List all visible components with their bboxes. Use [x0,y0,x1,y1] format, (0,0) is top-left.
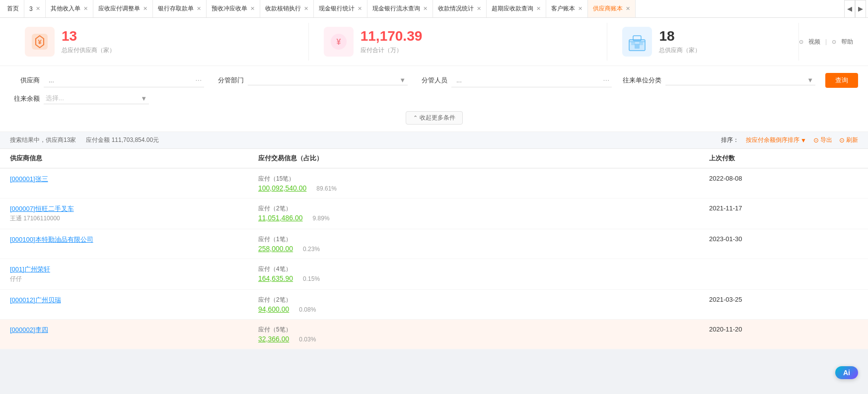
supplier-filter-input[interactable] [46,74,195,86]
category-dropdown-icon: ▼ [807,76,813,84]
nav-tab-cust-book-close[interactable]: ✕ [578,5,582,12]
summary-card-payable-info: 13 总应付供应商（家） [62,29,115,55]
nav-tab-cash-flow-close[interactable]: ✕ [423,5,428,12]
table-rows: [000001]张三 应付（15笔） 100,092,540.00 89.61%… [0,169,868,349]
supplier-name-link[interactable]: [000012]广州贝瑞 [10,296,258,305]
txn-pct: 9.89% [313,215,330,222]
export-button[interactable]: ⊙ 导出 [813,136,832,144]
nav-tab-recv-exec-close[interactable]: ✕ [304,5,308,12]
nav-tab-adjust[interactable]: 应收应付调整单 ✕ [93,0,153,18]
nav-tab-cash-stat[interactable]: 现金银行统计 ✕ [314,0,367,18]
nav-tab-supplier-book-label: 供应商账本 [593,4,623,13]
supplier-sub: 王通 17106110000 [10,214,258,223]
results-amount: 应付金额 111,703,854.00元 [86,136,159,144]
filter-item-balance: 往来余额 选择... ▼ [10,93,149,104]
supplier-cell: [000012]广州贝瑞 [10,296,258,305]
balance-placeholder: 选择... [46,94,141,103]
nav-tab-recv-stat-label: 收款情况统计 [438,4,474,13]
supplier-icon [622,27,652,57]
dept-filter-select[interactable]: ▼ [248,75,408,85]
svg-rect-7 [635,44,640,49]
nav-tab-3-close[interactable]: ✕ [36,5,40,12]
results-bar-left: 搜索结果中，供应商13家 应付金额 111,703,854.00元 [10,136,159,144]
nav-tab-home[interactable]: 首页 [2,0,24,18]
nav-tab-adjust-label: 应收应付调整单 [98,4,140,13]
nav-tab-cash-stat-close[interactable]: ✕ [358,5,362,12]
txn-row: 164,635.90 0.15% [258,273,709,282]
svg-text:¥: ¥ [336,38,341,46]
nav-tab-recv-stat-close[interactable]: ✕ [477,5,481,12]
results-bar-right: 排序： 按应付余额倒序排序 ▼ ⊙ 导出 ⊙ 刷新 [721,136,858,144]
supplier-number: 18 [659,29,701,44]
nav-tab-adjust-close[interactable]: ✕ [143,5,147,12]
collapse-button[interactable]: ⌃ 收起更多条件 [406,111,463,125]
txn-amount[interactable]: 94,600.00 [258,305,289,313]
category-filter-select[interactable]: ▼ [665,75,816,85]
nav-tab-cash-flow[interactable]: 现金银行流水查询 ✕ [367,0,433,18]
supplier-cell: [000100]本特勤油品有限公司 [10,235,258,244]
supplier-filter-dots: ··· [195,76,202,85]
nav-tab-recv-exec[interactable]: 收款核销执行 ✕ [260,0,314,18]
nav-tab-pre-recv[interactable]: 预收冲应收单 ✕ [207,0,260,18]
person-filter-dots: ··· [603,76,609,85]
nav-tab-bank[interactable]: 银行存取款单 ✕ [153,0,207,18]
help-link[interactable]: 帮助 [841,38,853,46]
txn-amount[interactable]: 100,092,540.00 [258,184,306,192]
supplier-cell: [001]广州荣轩 仔仔 [10,265,258,283]
supplier-name-link[interactable]: [001]广州荣轩 [10,265,258,274]
nav-tab-supplier-book-close[interactable]: ✕ [626,5,630,12]
txn-amount[interactable]: 258,000.00 [258,245,293,253]
table-header: 供应商信息 应付交易信息（占比） 上次付数 [0,149,868,169]
nav-tab-overdue[interactable]: 超期应收款查询 ✕ [487,0,546,18]
supplier-name-link[interactable]: [000002]李四 [10,326,258,334]
txn-amount[interactable]: 32,366.00 [258,335,289,343]
balance-filter-select[interactable]: 选择... ▼ [44,93,149,104]
dept-dropdown-icon: ▼ [399,76,406,84]
table-row: [000100]本特勤油品有限公司 应付（1笔） 258,000.00 0.23… [0,229,868,259]
supplier-name-link[interactable]: [000001]张三 [10,175,258,184]
supplier-name-link[interactable]: [000007]恒旺二手叉车 [10,204,258,213]
nav-tab-supplier-book[interactable]: 供应商账本 ✕ [588,0,636,18]
video-link[interactable]: 视频 [808,38,820,46]
balance-dropdown-icon: ▼ [141,95,147,102]
txn-cell: 应付（2笔） 94,600.00 0.08% [258,296,709,313]
nav-tab-cust-book[interactable]: 客户账本 ✕ [546,0,588,18]
sort-select[interactable]: 按应付余额倒序排序 ▼ [746,136,806,144]
table-container: 供应商信息 应付交易信息（占比） 上次付数 [000001]张三 应付（15笔）… [0,149,868,349]
nav-tab-overdue-close[interactable]: ✕ [536,5,541,12]
summary-card-supplier: 18 总供应商（家） [607,23,798,61]
person-filter-label: 分管人员 [418,76,447,85]
sort-value: 按应付余额倒序排序 [746,136,799,144]
nav-arrow-right[interactable]: ▶ [855,0,866,18]
txn-amount[interactable]: 164,635.90 [258,274,293,282]
supplier-name-link[interactable]: [000100]本特勤油品有限公司 [10,235,258,244]
nav-tab-3-label: 3 [29,5,33,12]
txn-cell: 应付（5笔） 32,366.00 0.03% [258,326,709,343]
amount-icon: ¥ [324,27,354,57]
nav-tab-other-income-close[interactable]: ✕ [83,5,88,12]
nav-tab-3[interactable]: 3 ✕ [24,0,46,18]
last-pay-cell: 2020-11-20 [709,326,858,333]
nav-tab-cust-book-label: 客户账本 [551,4,575,13]
nav-tab-other-income-label: 其他收入单 [51,4,80,13]
nav-arrow-left[interactable]: ◀ [844,0,855,18]
nav-tab-bank-close[interactable]: ✕ [197,5,201,12]
person-filter-input[interactable] [453,74,603,86]
supplier-sub: 仔仔 [10,275,258,283]
txn-label: 应付（5笔） [258,326,709,334]
table-row: [000001]张三 应付（15笔） 100,092,540.00 89.61%… [0,169,868,198]
summary-card-amount: ¥ 11,170.39 应付合计（万） [309,23,608,61]
nav-tab-recv-stat[interactable]: 收款情况统计 ✕ [433,0,487,18]
filter-row-1: 供应商 ··· 分管部门 ▼ 分管人员 ··· 往来单位分类 [10,73,858,88]
nav-tab-bank-label: 银行存取款单 [158,4,194,13]
supplier-cell: [000001]张三 [10,175,258,184]
summary-card-payable: ¥ 13 总应付供应商（家） [10,23,309,61]
search-button[interactable]: 查询 [825,73,858,88]
nav-tab-other-income[interactable]: 其他收入单 ✕ [46,0,93,18]
txn-amount[interactable]: 11,051,486.00 [258,214,303,222]
nav-tab-pre-recv-close[interactable]: ✕ [250,5,255,12]
nav-tab-cash-stat-label: 现金银行统计 [319,4,355,13]
txn-cell: 应付（2笔） 11,051,486.00 9.89% [258,204,709,222]
refresh-button[interactable]: ⊙ 刷新 [839,136,858,144]
col-header-supplier: 供应商信息 [10,154,258,163]
